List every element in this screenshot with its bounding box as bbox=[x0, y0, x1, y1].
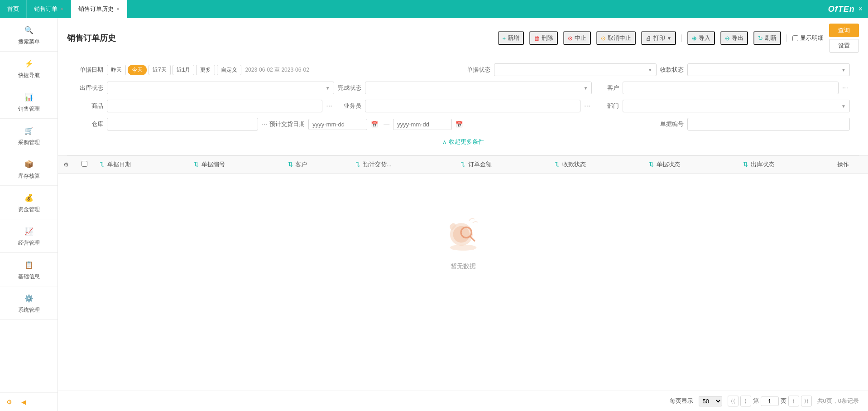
col-date: ⇅ 单据日期 bbox=[94, 156, 188, 174]
operations-icon: 📈 bbox=[23, 225, 35, 237]
sidebar-item-operations[interactable]: 📈 经营管理 bbox=[0, 219, 58, 253]
toolbar: + 新增 🗑 删除 ⊗ 中止 ⊙ 取消中止 bbox=[498, 24, 859, 53]
product-input[interactable] bbox=[107, 100, 322, 112]
stop-button[interactable]: ⊗ 中止 bbox=[563, 31, 591, 45]
setting-button[interactable]: 设置 bbox=[829, 39, 859, 53]
product-dots-button[interactable]: ··· bbox=[324, 102, 334, 110]
tab-sales-order-history-close[interactable]: × bbox=[116, 6, 120, 12]
warehouse-dots-button[interactable]: ··· bbox=[260, 120, 269, 128]
calendar-start-icon[interactable]: 📅 bbox=[371, 121, 378, 128]
sidebar-settings-icon[interactable]: ⚙ bbox=[4, 396, 14, 407]
refresh-label: 刷新 bbox=[765, 34, 777, 42]
filter-order-number: 单据编号 bbox=[657, 118, 850, 131]
number-sort-icon[interactable]: ⇅ bbox=[194, 161, 199, 168]
sidebar: 🔍 搜索菜单 ⚡ 快捷导航 📊 销售管理 🛒 采购管理 📦 库存核算 💰 资金管… bbox=[0, 18, 58, 411]
settings-gear-icon[interactable]: ⚙ bbox=[63, 161, 69, 168]
order-number-input[interactable] bbox=[687, 118, 850, 131]
tab-sales-order[interactable]: 销售订单 × bbox=[27, 0, 71, 18]
table-area: ⚙ ⇅ 单据日期 ⇅ 单据编号 bbox=[58, 156, 868, 391]
window-close-button[interactable]: × bbox=[858, 5, 863, 13]
salesperson-dots-button[interactable]: ··· bbox=[582, 102, 592, 110]
sidebar-item-quick-nav[interactable]: ⚡ 快捷导航 bbox=[0, 52, 58, 85]
customer-sort-icon[interactable]: ⇅ bbox=[288, 161, 293, 168]
tab-sales-order-close[interactable]: × bbox=[60, 6, 63, 12]
next-page-button[interactable]: ⟩ bbox=[788, 396, 799, 406]
new-button[interactable]: + 新增 bbox=[498, 31, 524, 45]
department-select[interactable]: ▼ bbox=[623, 100, 850, 112]
col-checkbox bbox=[76, 156, 94, 174]
sidebar-item-system-mgmt[interactable]: ⚙️ 系统管理 bbox=[0, 286, 58, 320]
order-sort-icon[interactable]: ⇅ bbox=[649, 161, 654, 168]
date-btn-1month[interactable]: 近1月 bbox=[173, 65, 195, 75]
date-quick-btns: 昨天 今天 近7天 近1月 更多 自定义 bbox=[107, 65, 241, 75]
export-label: 导出 bbox=[732, 34, 743, 42]
sales-mgmt-icon: 📊 bbox=[23, 91, 35, 103]
date-btn-yesterday[interactable]: 昨天 bbox=[107, 65, 126, 75]
col-date-label: 单据日期 bbox=[107, 161, 131, 168]
sidebar-item-system-mgmt-label: 系统管理 bbox=[18, 306, 40, 314]
delivery-date-start-input[interactable] bbox=[308, 119, 367, 130]
tab-home[interactable]: 首页 bbox=[0, 0, 27, 18]
display-detail-checkbox[interactable]: 显示明细 bbox=[792, 34, 824, 42]
sidebar-item-purchase-mgmt[interactable]: 🛒 采购管理 bbox=[0, 119, 58, 152]
collapse-row[interactable]: ∧ 收起更多条件 bbox=[76, 136, 850, 150]
import-button[interactable]: ⊕ 导入 bbox=[687, 31, 715, 45]
delivery-date-end-input[interactable] bbox=[393, 119, 452, 130]
date-btn-more[interactable]: 更多 bbox=[196, 65, 215, 75]
table-header: ⚙ ⇅ 单据日期 ⇅ 单据编号 bbox=[58, 156, 868, 174]
warehouse-status-select[interactable]: ▼ bbox=[107, 82, 334, 94]
salesperson-input[interactable] bbox=[365, 100, 580, 112]
customer-label: 客户 bbox=[592, 84, 619, 92]
filter-department: 部门 ▼ bbox=[592, 100, 850, 112]
delivery-sort-icon[interactable]: ⇅ bbox=[355, 161, 360, 168]
order-status-select[interactable]: ▼ bbox=[494, 63, 657, 76]
payment-sort-icon[interactable]: ⇅ bbox=[555, 161, 560, 168]
col-actions: 操作 bbox=[832, 156, 868, 174]
sidebar-item-search-menu[interactable]: 🔍 搜索菜单 bbox=[0, 18, 58, 52]
warehouse-input[interactable] bbox=[107, 118, 258, 131]
display-detail-input[interactable] bbox=[792, 35, 798, 41]
product-control: ··· bbox=[107, 100, 334, 112]
amount-sort-icon[interactable]: ⇅ bbox=[460, 161, 465, 168]
tab-sales-order-history[interactable]: 销售订单历史 × bbox=[71, 0, 127, 18]
sidebar-item-finance[interactable]: 💰 资金管理 bbox=[0, 186, 58, 219]
date-btn-7days[interactable]: 近7天 bbox=[149, 65, 171, 75]
order-number-label: 单据编号 bbox=[657, 120, 684, 128]
export-button[interactable]: ⊖ 导出 bbox=[720, 31, 748, 45]
payment-status-select[interactable]: ▼ bbox=[687, 63, 850, 76]
complete-status-select[interactable]: ▼ bbox=[365, 82, 592, 94]
date-btn-custom[interactable]: 自定义 bbox=[217, 65, 241, 75]
page-number-input[interactable] bbox=[761, 396, 779, 406]
order-status-chevron-icon: ▼ bbox=[648, 68, 652, 73]
customer-input[interactable] bbox=[623, 82, 838, 94]
sidebar-item-inventory[interactable]: 📦 库存核算 bbox=[0, 152, 58, 186]
date-btn-today[interactable]: 今天 bbox=[128, 65, 147, 75]
sidebar-item-sales-mgmt[interactable]: 📊 销售管理 bbox=[0, 85, 58, 119]
sidebar-item-basic-info[interactable]: 📋 基础信息 bbox=[0, 253, 58, 286]
select-all-checkbox[interactable] bbox=[82, 161, 87, 167]
print-button[interactable]: 🖨 打印 ▼ bbox=[641, 31, 676, 45]
delete-button[interactable]: 🗑 删除 bbox=[529, 31, 558, 45]
first-page-button[interactable]: ⟨⟨ bbox=[728, 396, 739, 406]
col-customer: ⇅ 客户 bbox=[283, 156, 350, 174]
date-sort-icon[interactable]: ⇅ bbox=[100, 161, 105, 168]
col-warehouse-label: 出库状态 bbox=[751, 161, 774, 168]
customer-dots-button[interactable]: ··· bbox=[840, 84, 850, 92]
sidebar-bottom: ⚙ ◀ bbox=[0, 392, 58, 411]
last-page-button[interactable]: ⟩⟩ bbox=[801, 396, 812, 406]
sidebar-collapse-icon[interactable]: ◀ bbox=[18, 396, 29, 407]
display-label: 显示明细 bbox=[800, 34, 824, 42]
refresh-button[interactable]: ↻ 刷新 bbox=[753, 31, 781, 45]
calendar-end-icon[interactable]: 📅 bbox=[456, 121, 463, 128]
import-label: 导入 bbox=[699, 34, 710, 42]
print-icon: 🖨 bbox=[646, 35, 652, 42]
page-jump-label: 第 bbox=[753, 397, 759, 405]
query-button[interactable]: 查询 bbox=[829, 24, 859, 37]
warehouse-sort-icon[interactable]: ⇅ bbox=[743, 161, 748, 168]
delivery-date-control: 📅 — 📅 bbox=[308, 119, 657, 130]
date-label: 单据日期 bbox=[76, 66, 103, 74]
prev-page-button[interactable]: ⟨ bbox=[740, 396, 751, 406]
col-delivery-date: ⇅ 预计交货... bbox=[350, 156, 455, 174]
cancel-button[interactable]: ⊙ 取消中止 bbox=[596, 31, 636, 45]
page-size-select[interactable]: 50 10 20 100 bbox=[699, 396, 722, 406]
